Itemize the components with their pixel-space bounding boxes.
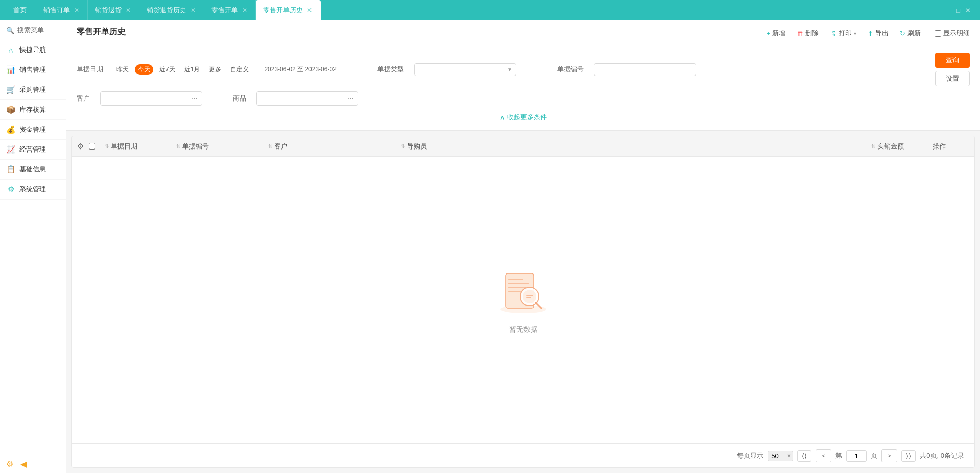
filter-row-2: 客户 ··· 商品 ··· [77,91,970,106]
sidebar-item-sales[interactable]: 📊 销售管理 [0,60,66,80]
col-sort-icon-num: ⇅ [176,143,180,149]
filter-row-1: 单据日期 昨天 今天 近7天 近1月 更多 自定义 2023-06-02 至 2… [77,53,970,86]
tab-home[interactable]: 首页 [4,0,36,20]
svg-rect-4 [508,287,526,288]
shortcut-1month[interactable]: 近1月 [181,64,203,75]
tab-retail-open[interactable]: 零售开单 ✕ [204,0,256,20]
page-title: 零售开单历史 [77,27,126,43]
col-sort-icon-amount: ⇅ [871,143,875,149]
bill-no-label: 单据编号 [557,65,584,74]
system-icon: ⚙ [6,185,15,194]
current-page-input[interactable]: 1 [846,450,867,462]
bill-type-select[interactable] [414,63,516,76]
svg-rect-3 [508,283,529,284]
col-label-amount: 实销金额 [877,142,904,151]
tab-retail-history[interactable]: 零售开单历史 ✕ [256,0,321,20]
col-header-date[interactable]: ⇅ 单据日期 [101,142,172,151]
close-button[interactable]: ✕ [965,7,971,14]
collapse-label: 收起更多条件 [507,113,547,122]
empty-illustration [493,266,554,317]
sales-icon: 📊 [6,65,15,74]
sidebar-item-system[interactable]: ⚙ 系统管理 [0,180,66,200]
shortcut-yesterday[interactable]: 昨天 [113,64,132,75]
add-button[interactable]: + 新增 [763,27,788,40]
next-page-button[interactable]: ＞ [881,449,897,462]
sidebar: 🔍 搜索菜单 ⌂ 快捷导航 📊 销售管理 🛒 采购管理 📦 库存核算 💰 资金管… [0,20,66,473]
close-retail-history-tab[interactable]: ✕ [306,7,313,14]
shortcut-custom[interactable]: 自定义 [227,64,252,75]
tab-sales-return-history[interactable]: 销货退货历史 ✕ [139,0,204,20]
svg-rect-2 [508,279,523,280]
shortcut-7days[interactable]: 近7天 [156,64,178,75]
table-area: ⚙ ⇅ 单据日期 ⇅ 单据编号 ⇅ 客户 ⇅ 导购员 [71,136,975,468]
table-header: ⚙ ⇅ 单据日期 ⇅ 单据编号 ⇅ 客户 ⇅ 导购员 [72,136,974,157]
col-header-amount[interactable]: ⇅ 实销金额 [867,142,928,151]
close-sales-order-tab[interactable]: ✕ [73,7,80,14]
tab-sales-order[interactable]: 销售订单 ✕ [36,0,88,20]
col-label-guide: 导购员 [407,142,427,151]
sidebar-item-quick-nav[interactable]: ⌂ 快捷导航 [0,40,66,60]
tab-sales-order-label: 销售订单 [43,6,70,15]
export-button[interactable]: ⬆ 导出 [865,27,892,40]
bill-no-input[interactable] [594,63,696,76]
col-label-date: 单据日期 [111,142,137,151]
close-sales-return-history-tab[interactable]: ✕ [189,7,197,14]
sidebar-collapse-icon[interactable]: ◀ [20,459,27,469]
table-settings-icon[interactable]: ⚙ [77,142,84,151]
col-header-guide[interactable]: ⇅ 导购员 [397,142,458,151]
table-body: 暂无数据 [72,157,974,443]
close-sales-return-tab[interactable]: ✕ [125,7,132,14]
delete-icon: 🗑 [797,30,803,37]
svg-rect-10 [526,297,531,298]
window-controls: — □ ✕ [944,7,976,14]
sidebar-item-operations[interactable]: 📈 经营管理 [0,140,66,160]
page-size-select[interactable]: 50 100 200 [768,451,793,461]
maximize-button[interactable]: □ [956,7,960,14]
sidebar-item-purchase[interactable]: 🛒 采购管理 [0,80,66,100]
tab-retail-history-label: 零售开单历史 [263,6,303,15]
sidebar-search-label: 搜索菜单 [17,26,44,35]
tab-retail-open-label: 零售开单 [211,6,238,15]
delete-button[interactable]: 🗑 删除 [794,27,822,40]
show-detail-checkbox[interactable] [935,30,941,37]
total-text: 共0页, 0条记录 [920,451,964,460]
collapse-conditions[interactable]: ∧ 收起更多条件 [77,111,970,124]
sidebar-item-finance[interactable]: 💰 资金管理 [0,120,66,140]
sidebar-settings-icon[interactable]: ⚙ [6,459,13,469]
sidebar-item-basic-info[interactable]: 📋 基础信息 [0,160,66,180]
customer-dots: ··· [191,94,198,103]
basic-info-icon: 📋 [6,165,15,174]
date-range-text: 2023-06-02 至 2023-06-02 [264,65,336,74]
page-size-wrap: 50 100 200 [768,451,793,461]
close-retail-open-tab[interactable]: ✕ [241,7,248,14]
print-button[interactable]: 🖨 打印 ▾ [827,27,859,40]
select-all-checkbox[interactable] [89,143,95,150]
customer-input[interactable]: ··· [100,91,202,106]
goods-input[interactable]: ··· [256,91,358,106]
first-page-button[interactable]: ⟨⟨ [797,450,811,462]
col-header-num[interactable]: ⇅ 单据编号 [172,142,264,151]
sidebar-search[interactable]: 🔍 搜索菜单 [0,20,66,40]
refresh-button[interactable]: ↻ 刷新 [897,27,924,40]
sidebar-item-quick-nav-label: 快捷导航 [19,45,46,55]
page-header: 零售开单历史 + 新增 🗑 删除 🖨 打印 ▾ ⬆ 导出 [66,20,980,46]
col-header-customer[interactable]: ⇅ 客户 [264,142,397,151]
collapse-up-icon: ∧ [500,114,505,121]
query-button[interactable]: 查询 [935,53,970,68]
col-sort-icon-customer: ⇅ [268,143,272,149]
sidebar-item-inventory[interactable]: 📦 库存核算 [0,100,66,120]
last-page-button[interactable]: ⟩⟩ [901,450,916,462]
col-sort-icon-date: ⇅ [105,143,109,149]
show-detail-toggle[interactable]: 显示明细 [935,29,970,38]
prev-page-button[interactable]: ＜ [816,449,831,462]
shortcut-today[interactable]: 今天 [135,64,153,75]
filter-settings-button[interactable]: 设置 [935,71,970,86]
tab-sales-return[interactable]: 销货退货 ✕ [88,0,139,20]
minimize-button[interactable]: — [944,7,951,14]
sidebar-item-operations-label: 经营管理 [19,145,46,154]
date-shortcuts: 昨天 今天 近7天 近1月 更多 自定义 [113,64,252,75]
goods-dots: ··· [347,94,354,103]
date-filter-label: 单据日期 [77,65,103,74]
shortcut-more[interactable]: 更多 [206,64,224,75]
svg-rect-9 [526,295,533,296]
